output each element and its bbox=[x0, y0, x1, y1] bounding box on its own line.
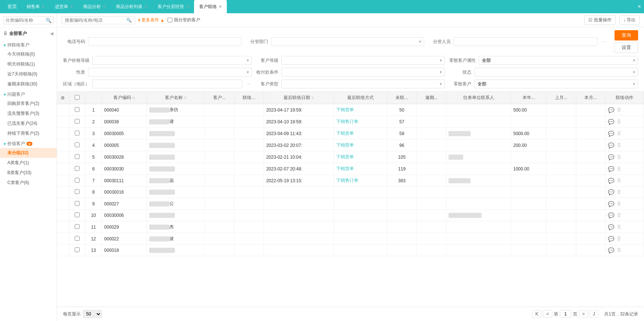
row-checkbox[interactable] bbox=[75, 224, 80, 229]
sidebar-item-today-pending[interactable]: 今天待联络(0) bbox=[0, 49, 57, 59]
last-method-link[interactable]: 下销货单 bbox=[336, 107, 354, 112]
grid-action-icon[interactable]: ⠿ bbox=[617, 178, 621, 184]
tab-purchase-order[interactable]: 进货单 × bbox=[50, 0, 78, 13]
last-method-link[interactable]: 下销售订单 bbox=[336, 119, 358, 124]
tab-close-customer-contact[interactable]: × bbox=[219, 4, 222, 9]
tab-product-analysis[interactable]: 商品分析 × bbox=[78, 0, 111, 13]
tab-bar-close[interactable]: × bbox=[638, 3, 641, 10]
collapse-icon[interactable]: ◀ bbox=[50, 31, 53, 36]
tab-close-purchase[interactable]: × bbox=[70, 4, 73, 9]
th-customer-code[interactable]: 客户编码 bbox=[102, 92, 147, 104]
chat-icon[interactable]: 💬 bbox=[608, 178, 614, 184]
grid-action-icon[interactable]: ⠿ bbox=[617, 201, 621, 207]
last-method-link[interactable]: 下销货单 bbox=[336, 131, 354, 136]
chat-icon[interactable]: 💬 bbox=[608, 224, 614, 230]
export-button[interactable]: ↓ 导出 bbox=[619, 15, 640, 25]
page-size-select[interactable]: 50 100 bbox=[83, 310, 102, 318]
grid-action-icon[interactable]: ⠿ bbox=[617, 212, 621, 218]
sidebar-item-c-class[interactable]: C类客户(6) bbox=[0, 178, 57, 188]
tab-customer-contact[interactable]: 客户联络 × bbox=[194, 0, 227, 13]
sidebar-score-group[interactable]: ▾ 价值客户 ● bbox=[0, 138, 57, 148]
tab-product-analysis-list[interactable]: 商品分析列表 × bbox=[111, 0, 152, 13]
tab-close-customer-stratified[interactable]: × bbox=[186, 4, 189, 9]
prev-page-btn[interactable]: < bbox=[543, 310, 552, 318]
payment-select[interactable] bbox=[281, 68, 445, 77]
grid-action-icon[interactable]: ⠿ bbox=[617, 142, 621, 148]
chat-icon[interactable]: 💬 bbox=[608, 119, 614, 125]
row-checkbox[interactable] bbox=[75, 119, 80, 124]
casual-attr-select[interactable]: 全部 bbox=[479, 56, 638, 65]
row-checkbox[interactable] bbox=[75, 212, 80, 217]
sidebar-item-7day-pending[interactable]: 近7天待联络(0) bbox=[0, 69, 57, 79]
chat-icon[interactable]: 💬 bbox=[608, 247, 614, 253]
th-last-contact-date[interactable]: 最后联络日期 bbox=[264, 92, 334, 104]
chat-icon[interactable]: 💬 bbox=[608, 212, 614, 218]
sidebar-pending-group[interactable]: ▾ 待联络客户 bbox=[0, 40, 57, 49]
tab-close-sales[interactable]: × bbox=[42, 4, 45, 9]
sidebar-item-declining[interactable]: 持续下滑客户(2) bbox=[0, 128, 57, 138]
th-last-month[interactable]: 上月... bbox=[546, 92, 576, 104]
grid-action-icon[interactable]: ⠿ bbox=[617, 189, 621, 195]
last-method-link[interactable]: 下销货单 bbox=[336, 166, 354, 171]
region-input[interactable] bbox=[92, 80, 242, 88]
sidebar-search-icon[interactable]: 🔍 bbox=[46, 18, 52, 23]
tab-customer-stratified[interactable]: 客户分层经营 × bbox=[152, 0, 194, 13]
region-dots[interactable]: ··· bbox=[245, 81, 252, 87]
last-method-link[interactable]: 下销售订单 bbox=[336, 178, 358, 183]
phone-input[interactable] bbox=[88, 37, 242, 46]
chat-icon[interactable]: 💬 bbox=[608, 131, 614, 137]
row-checkbox[interactable] bbox=[75, 247, 80, 252]
chat-icon[interactable]: 💬 bbox=[608, 107, 614, 113]
th-customer-type[interactable]: 客户... bbox=[205, 92, 234, 104]
grid-action-icon[interactable]: ⠿ bbox=[617, 131, 621, 137]
grid-action-icon[interactable]: ⠿ bbox=[617, 236, 621, 242]
filter-search-icon[interactable]: 🔍 bbox=[126, 18, 132, 23]
batch-operation-button[interactable]: ☑ 批量操作 bbox=[584, 15, 615, 25]
sidebar-item-a-class[interactable]: A类客户(1) bbox=[0, 158, 57, 168]
chat-icon[interactable]: 💬 bbox=[608, 236, 614, 242]
th-this-year[interactable]: 本年... bbox=[511, 92, 546, 104]
select-all-checkbox[interactable] bbox=[75, 95, 80, 100]
sidebar-item-repurchase-abnormal[interactable]: 回购异常客户(2) bbox=[0, 99, 57, 109]
row-checkbox[interactable] bbox=[75, 107, 80, 112]
manager-input[interactable] bbox=[454, 37, 598, 46]
grid-action-icon[interactable]: ⠿ bbox=[617, 119, 621, 125]
grid-action-icon[interactable]: ⠿ bbox=[617, 166, 621, 172]
th-settings[interactable]: ⚙ bbox=[57, 92, 69, 104]
row-checkbox[interactable] bbox=[75, 131, 80, 135]
dept-select[interactable] bbox=[271, 37, 425, 46]
row-checkbox[interactable] bbox=[75, 154, 80, 159]
row-checkbox[interactable] bbox=[75, 142, 80, 147]
nature-select[interactable] bbox=[88, 68, 252, 77]
chat-icon[interactable]: 💬 bbox=[608, 166, 614, 172]
next-page-btn[interactable]: > bbox=[579, 310, 588, 318]
reset-button[interactable]: 设置 bbox=[615, 42, 638, 53]
sidebar-item-ungropped[interactable]: 未分组(32) bbox=[0, 148, 57, 158]
more-filters-btn[interactable]: ▾ 更多条件 ▲ bbox=[138, 17, 165, 23]
tab-close-product-analysis[interactable]: × bbox=[103, 4, 106, 9]
grid-action-icon[interactable]: ⠿ bbox=[617, 107, 621, 113]
th-no-contact[interactable]: 未联... bbox=[387, 92, 416, 104]
last-method-link[interactable]: 下销货单 bbox=[336, 142, 354, 148]
tab-home[interactable]: 首页 bbox=[3, 3, 21, 10]
sidebar-item-b-class[interactable]: B类客户(33) bbox=[0, 168, 57, 178]
sidebar-all-customers[interactable]: ⠿ 全部客户 ◀ bbox=[0, 28, 57, 40]
row-checkbox[interactable] bbox=[75, 236, 80, 241]
customer-search-input[interactable] bbox=[65, 18, 125, 23]
chat-icon[interactable]: 💬 bbox=[608, 201, 614, 207]
price-level-select[interactable] bbox=[92, 56, 252, 65]
sidebar-item-overdue-pending[interactable]: 逾期未联络(30) bbox=[0, 79, 57, 89]
customer-level-select[interactable] bbox=[281, 56, 445, 65]
tab-sales-order[interactable]: 销售单 × bbox=[21, 0, 50, 13]
th-customer-name[interactable]: 客户名称 bbox=[147, 92, 205, 104]
my-customers-checkbox[interactable] bbox=[168, 18, 172, 22]
th-this-month[interactable]: 本月... bbox=[576, 92, 605, 104]
sidebar-item-churn-warning[interactable]: 流失预警客户(3) bbox=[0, 109, 57, 119]
page-number-input[interactable] bbox=[560, 310, 571, 318]
th-last-contact-method[interactable]: 最后联络方式 bbox=[334, 92, 387, 104]
th-contact[interactable]: 联络... bbox=[234, 92, 264, 104]
row-checkbox[interactable] bbox=[75, 178, 80, 183]
last-method-link[interactable]: 下销货单 bbox=[336, 154, 354, 159]
row-checkbox[interactable] bbox=[75, 201, 80, 206]
casual-customer-select[interactable]: 全部 bbox=[474, 80, 638, 88]
